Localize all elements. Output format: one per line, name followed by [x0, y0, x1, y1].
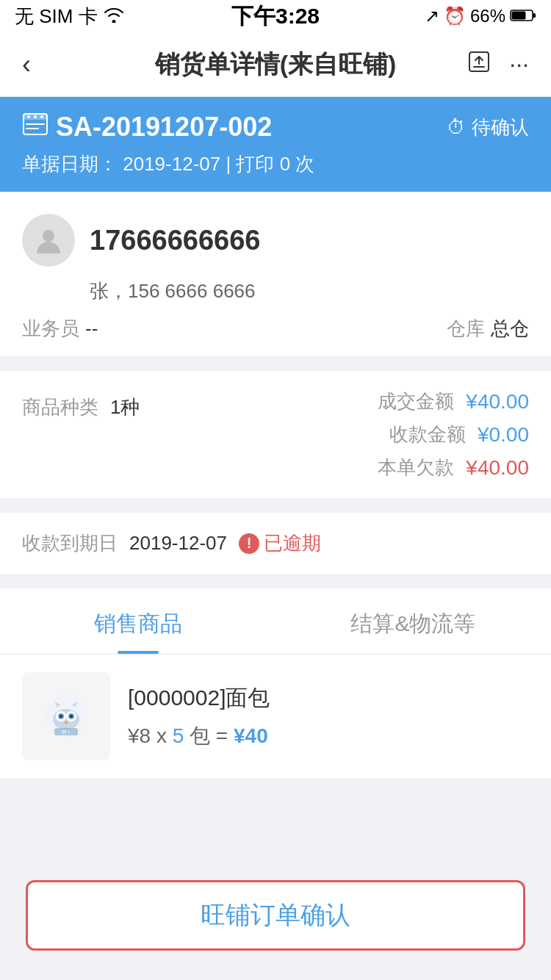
battery-icon [510, 6, 536, 26]
tabs-row: 销售商品 结算&物流等 [0, 588, 551, 655]
confirm-button-container: 旺铺订单确认 [26, 880, 525, 951]
product-thumbnail: 野+ [22, 672, 110, 760]
page-title: 销货单详情(来自旺铺) [155, 48, 397, 82]
order-id: SA-20191207-002 [22, 112, 272, 143]
order-icon [22, 112, 48, 143]
svg-point-9 [43, 230, 54, 242]
share-icon[interactable] [467, 49, 491, 80]
nav-bar: ‹ 销货单详情(来自旺铺) ··· [0, 32, 551, 97]
more-icon[interactable]: ··· [509, 51, 529, 78]
order-status: ⏱ 待确认 [447, 115, 529, 140]
status-right-icons: ↗ ⏰ 66% [425, 6, 536, 26]
avatar [22, 214, 75, 267]
svg-text:野+: 野+ [62, 729, 70, 735]
due-date-section: 收款到期日 2019-12-07 ! 已逾期 [0, 513, 551, 574]
warehouse-info: 仓库 总仓 [447, 316, 529, 342]
svg-rect-1 [533, 13, 536, 18]
svg-point-7 [34, 115, 37, 118]
svg-point-8 [40, 115, 43, 118]
nav-right-actions: ··· [467, 49, 529, 80]
clock-icon: ⏱ [447, 116, 466, 139]
tab-settlement[interactable]: 结算&物流等 [276, 588, 551, 654]
product-total: ¥40 [234, 724, 268, 747]
customer-name: 张，156 6666 6666 [22, 278, 529, 304]
svg-point-17 [70, 715, 73, 718]
carrier-text: 无 SIM 卡 [15, 4, 98, 29]
svg-point-6 [27, 115, 30, 118]
amount-summary: 成交金额 ¥40.00 收款金额 ¥0.00 本单欠款 ¥40.00 [378, 389, 529, 480]
summary-section: 商品种类 1种 成交金额 ¥40.00 收款金额 ¥0.00 本单欠款 ¥40.… [0, 371, 551, 498]
svg-point-16 [60, 715, 62, 718]
customer-top: 17666666666 [22, 214, 529, 267]
customer-section: 17666666666 张，156 6666 6666 业务员 -- 仓库 总仓 [0, 192, 551, 356]
overdue-warning-icon: ! [239, 533, 259, 554]
svg-rect-2 [512, 12, 526, 20]
order-header-banner: SA-20191207-002 ⏱ 待确认 单据日期： 2019-12-07 |… [0, 97, 551, 192]
battery-level: 66% [470, 6, 505, 26]
owed-amount-row: 本单欠款 ¥40.00 [378, 455, 529, 480]
alarm-icon: ⏰ [444, 6, 466, 26]
customer-phone: 17666666666 [90, 225, 260, 256]
order-date-row: 单据日期： 2019-12-07 | 打印 0 次 [22, 151, 529, 177]
product-price: ¥8 [128, 724, 151, 747]
product-details: [0000002]面包 ¥8 x 5 包 = ¥40 [128, 683, 529, 750]
product-item: 野+ [0000002]面包 ¥8 x 5 包 = ¥40 [0, 655, 551, 778]
deal-amount-row: 成交金额 ¥40.00 [378, 389, 529, 414]
confirm-order-button[interactable]: 旺铺订单确认 [26, 880, 525, 951]
product-qty: 5 [173, 724, 184, 747]
location-icon: ↗ [425, 6, 439, 26]
wifi-icon [104, 5, 124, 28]
tabs-section: 销售商品 结算&物流等 [0, 588, 551, 655]
back-button[interactable]: ‹ [22, 49, 31, 80]
salesperson-info: 业务员 -- [22, 316, 98, 342]
customer-meta: 业务员 -- 仓库 总仓 [22, 316, 529, 342]
status-bar: 无 SIM 卡 下午3:28 ↗ ⏰ 66% [0, 0, 551, 32]
status-time: 下午3:28 [231, 1, 320, 32]
received-amount-row: 收款金额 ¥0.00 [389, 422, 529, 447]
status-carrier: 无 SIM 卡 [15, 4, 124, 29]
product-name: [0000002]面包 [128, 683, 529, 713]
product-price-row: ¥8 x 5 包 = ¥40 [128, 722, 529, 750]
tab-sales-products[interactable]: 销售商品 [0, 588, 276, 654]
overdue-badge: ! 已逾期 [239, 530, 321, 556]
product-type-info: 商品种类 1种 [22, 389, 378, 420]
